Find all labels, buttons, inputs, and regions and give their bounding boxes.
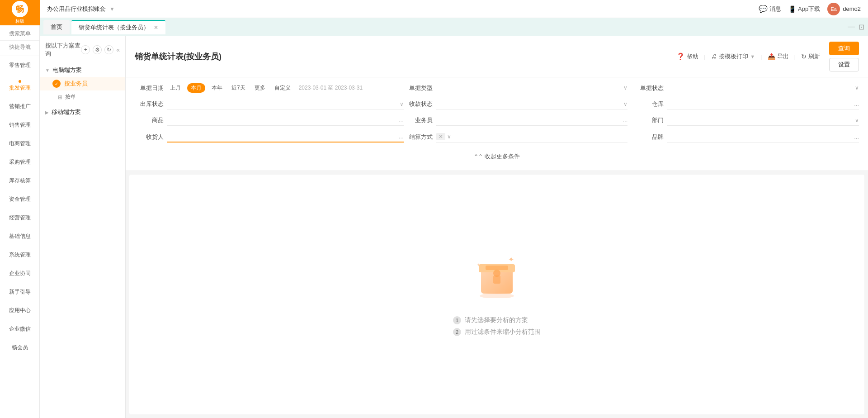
message-icon: 💬: [759, 5, 768, 13]
mobile-scheme-group-header[interactable]: ▶ 移动端方案: [40, 105, 125, 119]
edit-scheme-button[interactable]: ⚙: [93, 45, 102, 54]
print-button[interactable]: 🖨 按模板打印 ▼: [711, 52, 755, 61]
sidebar-item-newbie[interactable]: 新手引导: [0, 283, 39, 301]
desktop-scheme-group-header[interactable]: ▼ 电脑端方案: [40, 63, 125, 77]
settings-button[interactable]: 设置: [829, 58, 859, 71]
sidebar-search-container[interactable]: 搜索菜单: [0, 25, 39, 41]
date-tab-more[interactable]: 更多: [252, 83, 268, 93]
scheme-item-by-salesman[interactable]: ✓ 按业务员: [40, 77, 125, 90]
consignee-dots[interactable]: ...: [399, 133, 404, 140]
payment-tag-clear[interactable]: ✕: [436, 133, 445, 140]
title-dropdown-arrow[interactable]: ▼: [109, 6, 115, 12]
sidebar-item-wholesale[interactable]: 批发管理: [0, 75, 39, 97]
refresh-button[interactable]: ↻ 刷新: [801, 52, 820, 61]
desktop-scheme-arrow: ▼: [45, 68, 50, 73]
page-title: 销货单统计表(按业务员): [135, 51, 222, 62]
dept-arrow: ∨: [855, 117, 859, 124]
date-tab-last-month[interactable]: 上月: [167, 83, 184, 93]
app-title[interactable]: 办公用品行业模拟账套: [47, 5, 106, 13]
sidebar-item-basic[interactable]: 基础信息: [0, 227, 39, 246]
warehouse-dots[interactable]: ...: [854, 100, 859, 107]
query-button[interactable]: 查询: [829, 42, 859, 55]
sidebar-item-appstore[interactable]: 应用中心: [0, 301, 39, 320]
warehouse-select[interactable]: ...: [667, 99, 859, 109]
wechat-label: 企业微信: [9, 326, 31, 332]
dept-select[interactable]: ∨: [667, 115, 859, 126]
appstore-label: 应用中心: [9, 307, 31, 314]
filter-row-1: 单据日期 上月 本月 本年 近7天 更多 自定义 2023-03-01 至 20…: [135, 83, 859, 93]
out-status-label: 出库状态: [135, 100, 167, 108]
brand-select[interactable]: ...: [667, 132, 859, 142]
sidebar-item-enterprise[interactable]: 企业协同: [0, 264, 39, 283]
empty-state: ✦ ✦ 1 请先选择要分析的方案: [129, 175, 864, 414]
user-avatar[interactable]: Ea: [827, 3, 840, 15]
collapse-row: ⌃⌃ 收起更多条件: [135, 148, 859, 165]
doc-type-select[interactable]: ∨: [436, 83, 628, 93]
sub-icon: ⊞: [58, 94, 62, 100]
date-range-display: 2023-03-01 至 2023-03-31: [299, 84, 363, 92]
topbar-right: 💬 消息 📱 App下载 Ea demo2: [759, 3, 861, 15]
sidebar-item-purchase[interactable]: 采购管理: [0, 153, 39, 171]
date-tab-this-month[interactable]: 本月: [187, 83, 205, 93]
tip-2-text: 用过滤条件来缩小分析范围: [465, 328, 541, 336]
basic-label: 基础信息: [9, 233, 31, 239]
payment-arrow: ∨: [447, 133, 451, 140]
payment-select[interactable]: ✕ ∨: [436, 131, 628, 142]
tab-home[interactable]: 首页: [43, 20, 70, 34]
collapse-filter-button[interactable]: ⌃⌃ 收起更多条件: [474, 150, 520, 163]
date-tab-custom[interactable]: 自定义: [272, 83, 293, 93]
add-scheme-button[interactable]: +: [81, 45, 90, 54]
sidebar-item-retail[interactable]: 零售管理: [0, 56, 39, 75]
quick-nav-label[interactable]: 快捷导航: [9, 44, 31, 50]
tab-close-icon[interactable]: ✕: [154, 24, 158, 31]
system-label: 系统管理: [9, 252, 31, 258]
message-button[interactable]: 💬 消息: [759, 5, 781, 13]
date-tab-7days[interactable]: 近7天: [229, 83, 248, 93]
sidebar-item-inventory[interactable]: 库存核算: [0, 171, 39, 190]
filter-row-4: 收货人 ... 结算方式 ✕ ∨: [135, 131, 859, 142]
window-minimize-icon[interactable]: —: [848, 23, 855, 31]
sidebar-item-member[interactable]: 畅会员: [0, 338, 39, 357]
scheme-active-icon: ✓: [52, 80, 61, 88]
sidebar-quick-nav[interactable]: 快捷导航: [0, 41, 39, 56]
sidebar-item-operation[interactable]: 经营管理: [0, 209, 39, 227]
sidebar-item-marketing[interactable]: 营销推广: [0, 97, 39, 116]
print-label: 按模板打印: [719, 52, 748, 61]
collapse-panel-button[interactable]: «: [116, 46, 120, 53]
refresh-scheme-button[interactable]: ↻: [104, 45, 113, 54]
salesman-select[interactable]: ...: [436, 115, 628, 126]
sidebar-item-ecommerce[interactable]: 电商管理: [0, 134, 39, 153]
out-status-select[interactable]: ∨: [167, 99, 404, 109]
window-expand-icon[interactable]: ⊡: [859, 23, 864, 31]
app-logo[interactable]: 畅 标版: [0, 0, 40, 25]
doc-status-select[interactable]: ∨: [667, 83, 859, 93]
goods-select[interactable]: ...: [167, 115, 404, 126]
receipt-status-select[interactable]: ∨: [436, 99, 628, 109]
tab-sales-stat[interactable]: 销货单统计表（按业务员） ✕: [71, 20, 165, 34]
salesman-dots[interactable]: ...: [623, 117, 628, 124]
filter-row-2: 出库状态 ∨ 收款状态 ∨ 仓库: [135, 99, 859, 109]
left-panel-header: 按以下方案查询 + ⚙ ↻ «: [40, 42, 125, 62]
goods-dots[interactable]: ...: [399, 117, 404, 124]
salesman-col: 业务员 ...: [404, 115, 628, 126]
divider2: |: [760, 53, 762, 60]
export-button[interactable]: 📤 导出: [768, 52, 789, 61]
desktop-scheme-group: ▼ 电脑端方案 ✓ 按业务员 ⊞ 按单: [40, 63, 125, 104]
scheme-item-by-order[interactable]: ⊞ 按单: [40, 90, 125, 104]
help-button[interactable]: ❓ 帮助: [676, 52, 698, 61]
date-tab-this-year[interactable]: 本年: [209, 83, 225, 93]
brand-dots[interactable]: ...: [854, 133, 859, 140]
sidebar-item-finance[interactable]: 资金管理: [0, 190, 39, 209]
mobile-scheme-label: 移动端方案: [52, 108, 81, 116]
search-menu-label[interactable]: 搜索菜单: [9, 30, 31, 37]
sidebar-item-sales[interactable]: 销售管理: [0, 116, 39, 134]
dept-col: 部门 ∨: [627, 115, 859, 126]
sidebar-item-system[interactable]: 系统管理: [0, 246, 39, 264]
payment-clear-x[interactable]: ✕: [439, 133, 443, 140]
app-download-button[interactable]: 📱 App下载: [788, 5, 820, 13]
consignee-input[interactable]: ...: [167, 131, 404, 142]
user-menu[interactable]: Ea demo2: [827, 3, 861, 15]
retail-label: 零售管理: [9, 62, 31, 68]
sidebar-item-wechat[interactable]: 企业微信: [0, 320, 39, 338]
date-label: 单据日期: [135, 84, 167, 92]
